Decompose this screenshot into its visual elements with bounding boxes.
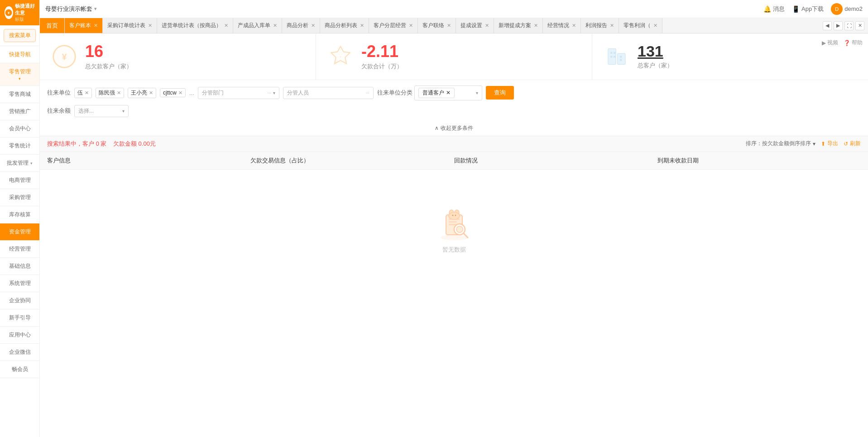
sidebar-item-inventory[interactable]: 库存核算 [0, 206, 39, 223]
tabbar-controls: ◀ ▶ ⛶ ✕ [819, 21, 868, 30]
svg-rect-13 [620, 59, 622, 61]
tab-promotion-settings[interactable]: 提成设置 ✕ [456, 18, 494, 33]
sidebar-item-finance[interactable]: 资金管理 [0, 223, 39, 241]
tab-product-entry[interactable]: 产成品入库单 ✕ [233, 18, 282, 33]
tab-home[interactable]: 首页 [40, 18, 65, 33]
empty-illustration [436, 206, 472, 242]
sidebar-item-ecommerce[interactable]: 电商管理 [0, 172, 39, 189]
close-icon[interactable]: ✕ [653, 23, 657, 28]
filter-tag-2[interactable]: 陈民强 ✕ [96, 88, 124, 98]
unit-category-dropdown[interactable]: 普通客户 ✕ ▾ [414, 86, 482, 100]
sidebar-item-batch-management[interactable]: 批发管理 ▾ [0, 155, 39, 172]
sidebar-item-retail-mall[interactable]: 零售商城 [0, 86, 39, 103]
video-help-button[interactable]: ▶ 视频 [822, 39, 838, 47]
sidebar-item-label: 零售统计 [9, 142, 31, 150]
filter-tag-4[interactable]: cjttcw ✕ [160, 88, 186, 97]
balance-dropdown[interactable]: 选择... ▾ [74, 105, 129, 117]
sidebar-item-enterprise-wechat[interactable]: 企业微信 [0, 344, 39, 361]
filter-tag-1[interactable]: 伍 ✕ [74, 88, 92, 98]
close-icon[interactable]: ✕ [224, 23, 228, 28]
close-icon[interactable]: ✕ [178, 90, 182, 96]
user-profile[interactable]: D demo2 [831, 3, 863, 15]
help-button[interactable]: ❓ 帮助 [844, 39, 863, 47]
sort-dropdown[interactable]: 排序：按欠款金额倒序排序 ▾ [746, 140, 815, 147]
tab-purchase-stats[interactable]: 进货单统计表（按商品） ✕ [157, 18, 233, 33]
tab-customer-tier[interactable]: 客户分层经营 ✕ [369, 18, 418, 33]
sidebar-item-label: 资金管理 [9, 228, 31, 236]
close-icon[interactable]: ✕ [148, 23, 152, 28]
close-icon[interactable]: ✕ [117, 90, 121, 96]
tab-label: 采购订单统计表 [107, 22, 145, 29]
sidebar-item-new-guide[interactable]: 新手引导 [0, 309, 39, 327]
unit-category-section: 往来单位分类 普通客户 ✕ ▾ [377, 86, 482, 100]
svg-rect-12 [620, 56, 622, 57]
refresh-button[interactable]: ↺ 刷新 [844, 140, 861, 147]
app-download-button[interactable]: 📱 App下载 [792, 5, 824, 13]
tab-customer-balance[interactable]: 客户账本 ✕ [65, 18, 103, 33]
results-customer-count: 0 [96, 140, 99, 147]
collapse-button[interactable]: ∧ 收起更多条件 [47, 122, 861, 136]
stats-row: ¥ 16 总欠款客户（家） - -2.11 欠款合计（ [40, 33, 868, 80]
person-dropdown[interactable]: 分管人员 ··· [283, 87, 374, 99]
tab-maximize[interactable]: ⛶ [844, 21, 854, 30]
sidebar-item-purchase[interactable]: 采购管理 [0, 189, 39, 206]
export-button[interactable]: ⬆ 导出 [821, 140, 838, 147]
sidebar-item-marketing[interactable]: 营销推广 [0, 103, 39, 120]
topbar-left: 母婴行业演示帐套 ▾ [45, 5, 97, 13]
close-icon[interactable]: ✕ [273, 23, 277, 28]
tab-retail-profit[interactable]: 零售利润（ ✕ [619, 18, 662, 33]
tab-close-all[interactable]: ✕ [855, 21, 864, 30]
close-icon[interactable]: ✕ [447, 23, 451, 28]
tab-product-analysis-list[interactable]: 商品分析列表 ✕ [320, 18, 369, 33]
close-icon[interactable]: ✕ [485, 23, 489, 28]
sidebar-item-label: 零售商城 [9, 90, 31, 98]
more-tags-button[interactable]: ... [189, 90, 194, 96]
chevron-down-icon: ▾ [19, 76, 21, 81]
tab-profit-report[interactable]: 利润报告 ✕ [581, 18, 619, 33]
close-icon[interactable]: ✕ [446, 90, 451, 96]
messages-button[interactable]: 🔔 消息 [763, 5, 785, 13]
tab-scroll-right[interactable]: ▶ [834, 21, 843, 30]
close-icon[interactable]: ✕ [311, 23, 315, 28]
close-icon[interactable]: ✕ [85, 90, 89, 96]
tab-scroll-left[interactable]: ◀ [823, 21, 832, 30]
tab-purchase-order-stats[interactable]: 采购订单统计表 ✕ [103, 18, 157, 33]
filter-tag-3[interactable]: 王小亮 ✕ [128, 88, 156, 98]
close-icon[interactable]: ✕ [409, 23, 413, 28]
sidebar-item-operations[interactable]: 经营管理 [0, 241, 39, 258]
query-button[interactable]: 查询 [486, 86, 514, 100]
tab-add-promotion[interactable]: 新增提成方案 ✕ [494, 18, 543, 33]
filter-bar: 往来单位 伍 ✕ 陈民强 ✕ 王小亮 ✕ cjttcw ✕ ... [40, 80, 868, 136]
close-icon[interactable]: ✕ [610, 23, 614, 28]
col-label: 客户信息 [47, 157, 71, 164]
debt-customers-value: 16 [85, 43, 132, 61]
help-icon: ❓ [844, 40, 850, 46]
unit-category-tag[interactable]: 普通客户 ✕ [418, 88, 455, 98]
search-menu-button[interactable]: 搜索菜单 [4, 29, 36, 42]
sidebar-item-basic-info[interactable]: 基础信息 [0, 258, 39, 275]
svg-rect-9 [614, 52, 615, 53]
svg-rect-10 [610, 56, 612, 57]
account-selector[interactable]: 母婴行业演示帐套 ▾ [45, 5, 97, 13]
close-icon[interactable]: ✕ [534, 23, 538, 28]
tab-customer-contact[interactable]: 客户联络 ✕ [418, 18, 456, 33]
sidebar-item-enterprise-coop[interactable]: 企业协同 [0, 292, 39, 309]
chevron-down-icon: ▾ [813, 141, 815, 147]
close-icon[interactable]: ✕ [149, 90, 153, 96]
sidebar-item-retail-management[interactable]: 零售管理 ▾ [0, 63, 39, 86]
close-icon[interactable]: ✕ [94, 23, 98, 28]
sidebar-item-label: 会员中心 [9, 125, 31, 133]
close-icon[interactable]: ✕ [360, 23, 364, 28]
sidebar-item-retail-stats[interactable]: 零售统计 [0, 138, 39, 155]
tab-business[interactable]: 经营情况 ✕ [543, 18, 581, 33]
sidebar-item-free-member[interactable]: 畅会员 [0, 361, 39, 378]
quick-nav-button[interactable]: 快捷导航 [4, 49, 36, 60]
sidebar-item-system[interactable]: 系统管理 [0, 275, 39, 292]
division-dropdown[interactable]: 分管部门 ··· ▾ [198, 87, 279, 99]
close-icon[interactable]: ✕ [572, 23, 576, 28]
tab-product-analysis[interactable]: 商品分析 ✕ [282, 18, 320, 33]
sidebar-item-app-center[interactable]: 应用中心 [0, 327, 39, 344]
stat-info-debt-customers: 16 总欠款客户（家） [85, 43, 132, 71]
svg-text:-: - [340, 54, 341, 59]
sidebar-item-member-center[interactable]: 会员中心 [0, 120, 39, 138]
